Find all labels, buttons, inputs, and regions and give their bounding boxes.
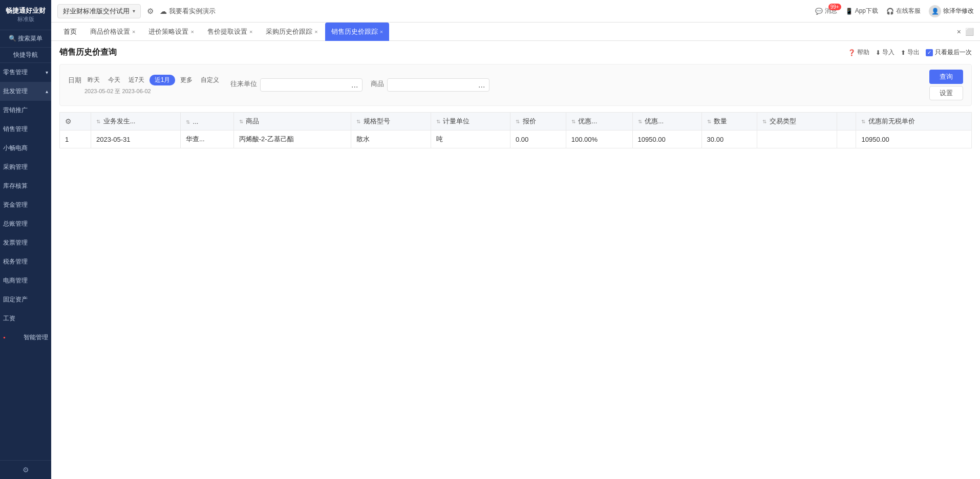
th-discount2[interactable]: ⇅ 优惠...	[632, 113, 701, 130]
sidebar-item-smart[interactable]: ● 智能管理	[0, 328, 51, 347]
setting-button[interactable]: 设置	[929, 86, 963, 100]
import-link[interactable]: ⬇ 导入	[876, 48, 894, 57]
source-unit-input[interactable]	[265, 81, 349, 89]
help-link[interactable]: ❓ 帮助	[848, 48, 869, 57]
tab-purchase-history-close[interactable]: ×	[314, 29, 317, 35]
sidebar-footer[interactable]: ⚙	[0, 460, 51, 479]
tab-price-strategy-close[interactable]: ×	[190, 29, 194, 35]
sidebar-item-ecommerce-small[interactable]: 小畅电商	[0, 139, 51, 158]
th-more-cols-label: ...	[193, 118, 199, 125]
chevron-up-icon: ▴	[46, 89, 48, 94]
sidebar-item-payroll[interactable]: 工资	[0, 309, 51, 328]
tab-sales-history-close[interactable]: ×	[380, 29, 383, 35]
th-date[interactable]: ⇅ 业务发生...	[91, 113, 181, 130]
sidebar-item-ledger[interactable]: 总账管理	[0, 214, 51, 233]
import-label: 导入	[882, 48, 894, 57]
sidebar-search[interactable]: 🔍 搜索菜单	[0, 30, 51, 48]
sidebar-item-tax[interactable]: 税务管理	[0, 252, 51, 271]
sort-icon-9: ⇅	[707, 119, 711, 124]
tab-sales-history[interactable]: 销售历史价跟踪 ×	[325, 23, 389, 41]
panel-close-icon[interactable]: ×	[957, 28, 961, 36]
date-custom[interactable]: 自定义	[198, 75, 222, 85]
tab-price-setting[interactable]: 商品价格设置 ×	[84, 23, 141, 41]
sidebar-logo-title: 畅捷通好业财	[4, 6, 47, 15]
sidebar-item-purchase[interactable]: 采购管理	[0, 158, 51, 177]
chevron-down-icon: ▾	[133, 8, 135, 14]
sidebar-item-payroll-label: 工资	[3, 314, 15, 323]
topbar-edition-dropdown[interactable]: 好业财标准版交付试用 ▾	[57, 4, 141, 18]
date-last7[interactable]: 近7天	[125, 75, 147, 85]
sidebar-item-inventory[interactable]: 库存核算	[0, 177, 51, 195]
sidebar-item-finance[interactable]: 资金管理	[0, 195, 51, 214]
sort-icon-3: ⇅	[239, 119, 243, 124]
date-buttons: 昨天 今天 近7天 近1月 更多 自定义	[84, 75, 222, 85]
user-name: 徐泽华修改	[943, 7, 974, 15]
th-discount1[interactable]: ⇅ 优惠...	[566, 113, 632, 130]
th-pretax-price[interactable]: ⇅ 优惠前无税单价	[856, 113, 972, 130]
sidebar-item-ecommerce[interactable]: 电商管理	[0, 271, 51, 290]
tabbar: 首页 商品价格设置 × 进价策略设置 × 售价提取设置 × 采购历史价跟踪 × …	[51, 23, 980, 41]
query-button[interactable]: 查询	[929, 70, 963, 84]
app-download-icon: 📱	[845, 8, 853, 15]
filter-product-label: 商品	[371, 79, 384, 89]
date-yesterday[interactable]: 昨天	[84, 75, 103, 85]
topbar-user[interactable]: 👤 徐泽华修改	[929, 5, 974, 17]
sidebar-search-label: 搜索菜单	[18, 35, 42, 42]
sidebar-item-smart-label: 智能管理	[24, 333, 48, 342]
tab-price-strategy[interactable]: 进价策略设置 ×	[142, 23, 200, 41]
messages-icon: 💬	[815, 8, 823, 15]
sidebar-item-assets[interactable]: 固定资产	[0, 290, 51, 309]
sidebar-item-sales-label: 销售管理	[3, 125, 28, 134]
export-link[interactable]: ⬆ 导出	[901, 48, 920, 57]
sort-icon-11: ⇅	[861, 119, 865, 124]
th-qty[interactable]: ⇅ 数量	[701, 113, 757, 130]
only-last-checkbox[interactable]: ✓ 只看最后一次	[926, 48, 972, 57]
page-content: 销售历史价查询 ❓ 帮助 ⬇ 导入 ⬆ 导出 ✓ 只看最后一次	[51, 41, 980, 479]
td-product: 丙烯酸-2-乙基己酯	[233, 130, 351, 148]
online-service-icon: 🎧	[886, 8, 894, 15]
th-gear[interactable]: ⚙	[60, 113, 91, 130]
filter-actions: 查询 设置	[929, 70, 963, 100]
product-input[interactable]	[392, 81, 476, 89]
th-more-cols[interactable]: ⇅ ...	[180, 113, 233, 130]
th-spacer	[837, 113, 856, 130]
th-spec[interactable]: ⇅ 规格型号	[351, 113, 431, 130]
topbar-online-service[interactable]: 🎧 在线客服	[886, 7, 921, 15]
sort-icon-10: ⇅	[762, 119, 766, 124]
panel-maximize-icon[interactable]: ⬜	[965, 28, 974, 36]
sidebar-item-retail[interactable]: 零售管理 ▾	[0, 63, 51, 82]
tab-purchase-history[interactable]: 采购历史价跟踪 ×	[260, 23, 324, 41]
topbar-demo-button[interactable]: ☁ 我要看实例演示	[160, 7, 216, 16]
sidebar-item-sales[interactable]: 销售管理	[0, 120, 51, 139]
tab-home[interactable]: 首页	[57, 23, 83, 41]
th-price[interactable]: ⇅ 报价	[510, 113, 566, 130]
topbar-app-download[interactable]: 📱 App下载	[845, 7, 878, 15]
topbar: 好业财标准版交付试用 ▾ ⚙ ☁ 我要看实例演示 💬 消息 99+ 📱 App下…	[51, 0, 980, 23]
settings-icon[interactable]: ⚙	[23, 466, 29, 474]
td-qty: 30.00	[701, 130, 757, 148]
th-trade-type[interactable]: ⇅ 交易类型	[757, 113, 837, 130]
tab-price-extract[interactable]: 售价提取设置 ×	[201, 23, 259, 41]
date-today[interactable]: 今天	[105, 75, 123, 85]
th-product[interactable]: ⇅ 商品	[233, 113, 351, 130]
date-more[interactable]: 更多	[177, 75, 196, 85]
sidebar-quick-nav[interactable]: 快捷导航	[0, 48, 51, 63]
tab-price-setting-close[interactable]: ×	[132, 29, 135, 35]
sidebar-item-invoice[interactable]: 发票管理	[0, 233, 51, 252]
topbar-messages[interactable]: 💬 消息 99+	[815, 7, 837, 15]
product-more-icon[interactable]: ...	[478, 80, 485, 90]
sidebar-item-wholesale[interactable]: 批发管理 ▴	[0, 82, 51, 101]
sidebar-item-purchase-label: 采购管理	[3, 163, 28, 171]
source-unit-more-icon[interactable]: ...	[351, 80, 358, 90]
page-header: 销售历史价查询 ❓ 帮助 ⬇ 导入 ⬆ 导出 ✓ 只看最后一次	[59, 47, 972, 58]
date-last1month[interactable]: 近1月	[150, 75, 176, 85]
topbar-gear-icon[interactable]: ⚙	[147, 7, 154, 16]
tab-price-extract-close[interactable]: ×	[249, 29, 252, 35]
sort-icon: ⇅	[96, 119, 100, 124]
sort-icon-4: ⇅	[356, 119, 360, 124]
sidebar-item-marketing[interactable]: 营销推广	[0, 101, 51, 120]
export-icon: ⬆	[901, 49, 906, 56]
td-pretax-price: 10950.00	[856, 130, 972, 148]
th-unit[interactable]: ⇅ 计量单位	[431, 113, 510, 130]
import-icon: ⬇	[876, 49, 881, 56]
